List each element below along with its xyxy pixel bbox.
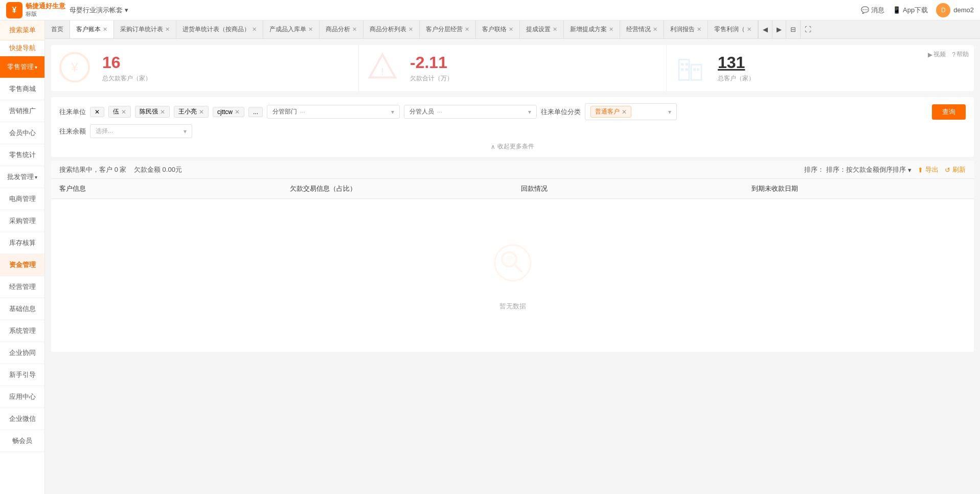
unit-type-tag-remove[interactable]: ✕ (622, 108, 627, 116)
tab-next-btn[interactable]: ▶ (772, 20, 786, 39)
tab-customer-contact-close[interactable]: ✕ (509, 26, 513, 33)
person-selector[interactable]: 分管人员 ··· ▾ (404, 105, 537, 119)
stat-label-total: 总客户（家） (718, 74, 755, 83)
sidebar-item-app-center[interactable]: 应用中心 (0, 386, 44, 408)
unit-type-tag-normal[interactable]: 普通客户 ✕ (590, 106, 631, 118)
tag-wang-remove[interactable]: ✕ (199, 108, 204, 116)
content-area: 首页 客户账本 ✕ 采购订单统计表 ✕ 进货单统计表（按商品） ✕ 产成品入库单… (45, 20, 980, 494)
sidebar-item-retail-mall[interactable]: 零售商城 (0, 78, 44, 100)
sidebar-item-purchase[interactable]: 采购管理 (0, 210, 44, 232)
filter-tag-chen[interactable]: 陈民强 ✕ (135, 106, 170, 118)
tab-customer-book[interactable]: 客户账本 ✕ (70, 20, 114, 39)
tab-customer-contact[interactable]: 客户联络 ✕ (476, 20, 520, 39)
tab-goods-analysis-close[interactable]: ✕ (352, 26, 357, 33)
filter-tag-wu[interactable]: 伍 ✕ (108, 106, 131, 118)
tab-goods-analysis-list[interactable]: 商品分析列表 ✕ (363, 20, 420, 39)
sidebar-item-operations[interactable]: 经营管理 (0, 276, 44, 298)
data-table: 客户信息 欠款交易信息（占比） 回款情况 到期未收款日期 (51, 179, 974, 352)
sidebar-item-capital[interactable]: 资金管理 (0, 254, 44, 276)
sidebar-item-member-vip[interactable]: 畅会员 (0, 430, 44, 452)
sidebar-quick-nav[interactable]: 快捷导航 (0, 40, 44, 56)
tab-customer-tier[interactable]: 客户分层经营 ✕ (420, 20, 476, 39)
filter-tag-cjttcw[interactable]: cjttcw ✕ (213, 107, 244, 117)
tab-operations-status[interactable]: 经营情况 ✕ (620, 20, 664, 39)
tab-mention-settings-close[interactable]: ✕ (553, 26, 557, 33)
tab-fullscreen-btn[interactable]: ⛶ (800, 20, 815, 39)
svg-line-14 (514, 264, 521, 272)
tag-chen-remove[interactable]: ✕ (160, 108, 165, 116)
tab-add-mention-close[interactable]: ✕ (609, 26, 613, 33)
tab-bar: 首页 客户账本 ✕ 采购订单统计表 ✕ 进货单统计表（按商品） ✕ 产成品入库单… (45, 20, 980, 39)
sidebar-item-ecommerce[interactable]: 电商管理 (0, 188, 44, 210)
stat-value-debt: -2.11 (410, 53, 453, 72)
tab-goods-analysis-list-close[interactable]: ✕ (408, 26, 413, 33)
svg-rect-10 (693, 69, 696, 71)
tab-collapse-btn[interactable]: ⊟ (786, 20, 800, 39)
sort-selector[interactable]: 排序： 排序：按欠款金额倒序排序 ▾ (804, 165, 911, 174)
filter-all-icon: ✕ (95, 108, 100, 116)
chevron-icon-retail: ▾ (35, 64, 37, 70)
tab-retail-profit-close[interactable]: ✕ (747, 26, 751, 33)
tab-customer-book-close[interactable]: ✕ (103, 26, 107, 33)
tab-inbound-stats[interactable]: 进货单统计表（按商品） ✕ (176, 20, 263, 39)
video-help-area: ▶ 视频 ? 帮助 (928, 50, 969, 59)
sidebar-label-basic-info: 基础信息 (9, 305, 36, 312)
sidebar-item-retail-mgmt[interactable]: 零售管理 ▾ (0, 56, 44, 78)
sidebar-item-enterprise-coop[interactable]: 企业协同 (0, 342, 44, 364)
sidebar-search[interactable]: 搜索菜单 (0, 20, 44, 40)
search-summary: 搜索结果中，客户 0 家 欠款金额 0.00元 (59, 165, 182, 174)
stat-icon-debt: ! (367, 52, 398, 84)
export-button[interactable]: ⬆ 导出 (918, 165, 939, 174)
sort-label: 排序：按欠款金额倒序排序 (826, 165, 906, 174)
tab-goods-analysis[interactable]: 商品分析 ✕ (320, 20, 363, 39)
help-link[interactable]: ? 帮助 (952, 50, 969, 59)
tab-inbound-close[interactable]: ✕ (252, 26, 257, 33)
tab-profit-report[interactable]: 利润报告 ✕ (664, 20, 708, 39)
app-download-link[interactable]: 📱 App下载 (893, 6, 928, 15)
sidebar-item-enterprise-wechat[interactable]: 企业微信 (0, 408, 44, 430)
sidebar-item-inventory[interactable]: 库存核算 (0, 232, 44, 254)
filter-more-tag[interactable]: ... (248, 107, 263, 117)
video-link[interactable]: ▶ 视频 (928, 50, 946, 59)
filter-all-units[interactable]: ✕ (90, 107, 104, 117)
balance-placeholder: 选择... (96, 127, 113, 136)
sidebar-item-system[interactable]: 系统管理 (0, 320, 44, 342)
tab-mention-settings[interactable]: 提成设置 ✕ (520, 20, 564, 39)
sidebar-item-new-guide[interactable]: 新手引导 (0, 364, 44, 386)
tab-purchase-order-stats[interactable]: 采购订单统计表 ✕ (114, 20, 176, 39)
tab-purchase-order-close[interactable]: ✕ (165, 26, 170, 33)
sidebar-item-wholesale[interactable]: 批发管理 ▾ (0, 166, 44, 188)
messages-link[interactable]: 💬 消息 (861, 6, 884, 15)
tag-cjttcw-remove[interactable]: ✕ (235, 108, 240, 116)
tab-add-mention[interactable]: 新增提成方案 ✕ (564, 20, 620, 39)
unit-type-selector[interactable]: 普通客户 ✕ ▾ (585, 103, 677, 120)
account-name: 母婴行业演示帐套 (70, 6, 123, 15)
filter-tag-wang[interactable]: 王小亮 ✕ (174, 106, 209, 118)
tab-home[interactable]: 首页 (45, 20, 70, 39)
tab-operations-status-close[interactable]: ✕ (653, 26, 657, 33)
tab-product-inbound[interactable]: 产成品入库单 ✕ (263, 20, 320, 39)
user-profile[interactable]: D demo2 (936, 3, 974, 17)
tag-wu-remove[interactable]: ✕ (121, 108, 126, 116)
dept-selector[interactable]: 分管部门 ··· ▾ (267, 105, 400, 119)
collapse-btn[interactable]: ∧ 收起更多条件 (59, 142, 966, 151)
tab-product-inbound-label: 产成品入库单 (269, 25, 306, 34)
tab-customer-tier-close[interactable]: ✕ (465, 26, 469, 33)
balance-arrow: ▾ (184, 128, 187, 135)
tab-product-inbound-close[interactable]: ✕ (308, 26, 313, 33)
query-button[interactable]: 查询 (932, 104, 966, 120)
sidebar-item-marketing[interactable]: 营销推广 (0, 100, 44, 122)
refresh-button[interactable]: ↺ 刷新 (945, 165, 966, 174)
sidebar-item-member[interactable]: 会员中心 (0, 122, 44, 144)
logo-area: ¥ 畅捷通好生意 标版 (6, 2, 65, 18)
tab-prev-btn[interactable]: ◀ (758, 20, 772, 39)
sidebar-item-basic-info[interactable]: 基础信息 (0, 298, 44, 320)
help-label: 帮助 (956, 50, 969, 59)
main-layout: 搜索菜单 快捷导航 零售管理 ▾ 零售商城 营销推广 会员中心 零售统计 批发管… (0, 20, 980, 494)
balance-selector[interactable]: 选择... ▾ (90, 124, 192, 138)
sidebar-item-retail-stats[interactable]: 零售统计 (0, 144, 44, 166)
tab-profit-report-close[interactable]: ✕ (697, 26, 701, 33)
tag-wu-text: 伍 (113, 107, 119, 116)
account-selector[interactable]: 母婴行业演示帐套 ▾ (70, 6, 128, 15)
tab-retail-profit[interactable]: 零售利润（ ✕ (708, 20, 758, 39)
